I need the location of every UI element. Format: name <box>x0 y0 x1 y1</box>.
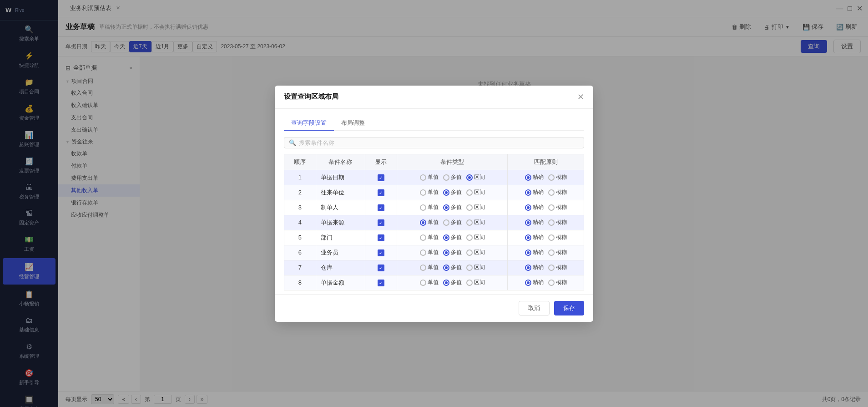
type-radio-5-2[interactable]: 区间 <box>466 234 485 241</box>
checkbox-6[interactable]: ✓ <box>378 249 384 256</box>
row-match-1[interactable]: 精确模糊 <box>508 170 584 185</box>
match-radio-2-0[interactable]: 精确 <box>525 188 544 196</box>
row-name-4: 单据来源 <box>316 215 365 230</box>
radio-dot <box>420 234 426 241</box>
row-checkbox-2[interactable]: ✓ <box>365 185 397 200</box>
radio-dot <box>420 189 426 196</box>
match-radio-8-0[interactable]: 精确 <box>525 279 544 286</box>
match-radio-6-1[interactable]: 模糊 <box>548 249 567 256</box>
match-radio-7-0[interactable]: 精确 <box>525 264 544 271</box>
cancel-button[interactable]: 取消 <box>519 301 550 315</box>
match-radio-3-1[interactable]: 模糊 <box>548 204 567 211</box>
row-type-3[interactable]: 单值多值区间 <box>397 200 507 215</box>
match-radio-5-1[interactable]: 模糊 <box>548 234 567 241</box>
row-match-6[interactable]: 精确模糊 <box>508 245 584 260</box>
type-radio-8-0[interactable]: 单值 <box>420 279 439 286</box>
modal-overlay[interactable]: 设置查询区域布局 ✕ 查询字段设置 布局调整 🔍 顺序 条件名称 显示 <box>0 0 868 407</box>
checkbox-7[interactable]: ✓ <box>378 265 384 271</box>
type-radio-6-2[interactable]: 区间 <box>466 249 485 256</box>
type-radio-4-0[interactable]: 单值 <box>420 219 439 226</box>
row-type-1[interactable]: 单值多值区间 <box>397 170 507 185</box>
row-type-6[interactable]: 单值多值区间 <box>397 245 507 260</box>
row-name-6: 业务员 <box>316 245 365 260</box>
row-checkbox-4[interactable]: ✓ <box>365 215 397 230</box>
type-radio-7-1[interactable]: 多值 <box>443 264 462 271</box>
type-radio-3-1[interactable]: 多值 <box>443 204 462 211</box>
row-order-4: 4 <box>284 215 316 230</box>
type-radio-5-0[interactable]: 单值 <box>420 234 439 241</box>
row-type-8[interactable]: 单值多值区间 <box>397 275 507 290</box>
type-radio-6-1[interactable]: 多值 <box>443 249 462 256</box>
row-match-4[interactable]: 精确模糊 <box>508 215 584 230</box>
row-checkbox-9[interactable]: ✓ <box>365 290 397 290</box>
modal-search-input[interactable] <box>299 139 579 146</box>
type-radio-1-2[interactable]: 区间 <box>466 173 485 181</box>
row-name-5: 部门 <box>316 230 365 245</box>
match-radio-1-1[interactable]: 模糊 <box>548 173 567 181</box>
type-radio-5-1[interactable]: 多值 <box>443 234 462 241</box>
checkbox-5[interactable]: ✓ <box>378 234 384 241</box>
type-radio-3-2[interactable]: 区间 <box>466 204 485 211</box>
row-match-8[interactable]: 精确模糊 <box>508 275 584 290</box>
type-radio-4-2[interactable]: 区间 <box>466 219 485 226</box>
row-checkbox-7[interactable]: ✓ <box>365 260 397 275</box>
save-button[interactable]: 保存 <box>554 301 584 315</box>
row-type-9[interactable]: 单值多值区间 <box>397 290 507 290</box>
radio-dot <box>420 219 426 226</box>
row-match-2[interactable]: 精确模糊 <box>508 185 584 200</box>
type-radio-2-0[interactable]: 单值 <box>420 188 439 196</box>
match-radio-3-0[interactable]: 精确 <box>525 204 544 211</box>
radio-dot <box>548 280 555 286</box>
type-radio-1-0[interactable]: 单值 <box>420 173 439 181</box>
match-radio-1-0[interactable]: 精确 <box>525 173 544 181</box>
radio-dot <box>466 174 473 181</box>
col-order: 顺序 <box>284 154 316 170</box>
match-radio-8-1[interactable]: 模糊 <box>548 279 567 286</box>
radio-dot <box>443 249 449 256</box>
row-checkbox-6[interactable]: ✓ <box>365 245 397 260</box>
match-radio-7-1[interactable]: 模糊 <box>548 264 567 271</box>
match-radio-4-0[interactable]: 精确 <box>525 219 544 226</box>
row-type-4[interactable]: 单值多值区间 <box>397 215 507 230</box>
table-row: 7仓库✓单值多值区间精确模糊 <box>284 260 584 275</box>
radio-dot <box>443 174 449 181</box>
modal-footer: 取消 保存 <box>275 294 593 322</box>
type-radio-2-2[interactable]: 区间 <box>466 188 485 196</box>
type-radio-7-2[interactable]: 区间 <box>466 264 485 271</box>
type-radio-6-0[interactable]: 单值 <box>420 249 439 256</box>
match-radio-6-0[interactable]: 精确 <box>525 249 544 256</box>
row-match-5[interactable]: 精确模糊 <box>508 230 584 245</box>
checkbox-1[interactable]: ✓ <box>378 174 384 181</box>
match-radio-2-1[interactable]: 模糊 <box>548 188 567 196</box>
type-radio-4-1[interactable]: 多值 <box>443 219 462 226</box>
radio-dot <box>466 265 473 271</box>
row-type-7[interactable]: 单值多值区间 <box>397 260 507 275</box>
row-type-5[interactable]: 单值多值区间 <box>397 230 507 245</box>
match-radio-5-0[interactable]: 精确 <box>525 234 544 241</box>
type-radio-1-1[interactable]: 多值 <box>443 173 462 181</box>
type-radio-8-2[interactable]: 区间 <box>466 279 485 286</box>
row-match-9[interactable]: 精确模糊 <box>508 290 584 290</box>
modal-close-button[interactable]: ✕ <box>577 92 584 102</box>
radio-dot <box>525 219 531 226</box>
tab-query-fields[interactable]: 查询字段设置 <box>284 116 334 131</box>
checkbox-4[interactable]: ✓ <box>378 219 384 226</box>
row-checkbox-5[interactable]: ✓ <box>365 230 397 245</box>
checkbox-2[interactable]: ✓ <box>378 189 384 196</box>
type-radio-3-0[interactable]: 单值 <box>420 204 439 211</box>
row-type-2[interactable]: 单值多值区间 <box>397 185 507 200</box>
row-match-7[interactable]: 精确模糊 <box>508 260 584 275</box>
row-checkbox-3[interactable]: ✓ <box>365 200 397 215</box>
type-radio-8-1[interactable]: 多值 <box>443 279 462 286</box>
row-checkbox-8[interactable]: ✓ <box>365 275 397 290</box>
row-checkbox-1[interactable]: ✓ <box>365 170 397 185</box>
settings-table: 顺序 条件名称 显示 条件类型 匹配原则 1单据日期✓单值多值区间精确模糊2往来… <box>284 154 584 290</box>
match-radio-4-1[interactable]: 模糊 <box>548 219 567 226</box>
row-match-3[interactable]: 精确模糊 <box>508 200 584 215</box>
type-radio-7-0[interactable]: 单值 <box>420 264 439 271</box>
type-radio-2-1[interactable]: 多值 <box>443 188 462 196</box>
checkbox-3[interactable]: ✓ <box>378 204 384 211</box>
search-icon: 🔍 <box>289 139 296 146</box>
tab-layout[interactable]: 布局调整 <box>334 116 372 131</box>
checkbox-8[interactable]: ✓ <box>378 280 384 286</box>
